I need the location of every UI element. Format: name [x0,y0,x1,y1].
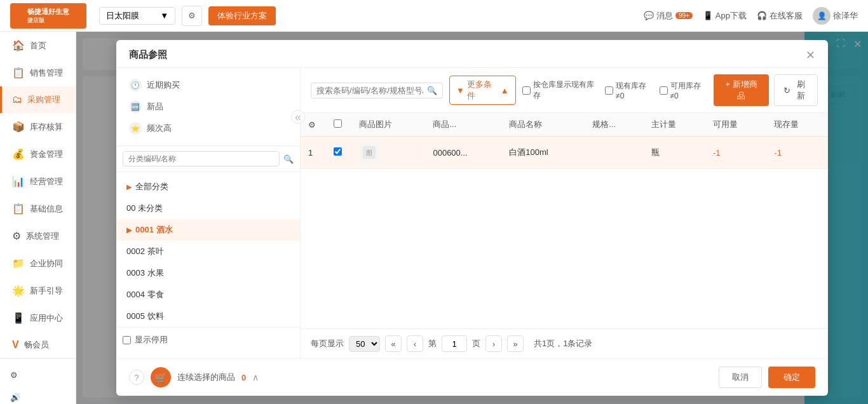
refresh-btn[interactable]: ↻ 刷新 [774,74,818,106]
warehouse-stock-checkbox[interactable] [522,86,531,95]
cat-item-all[interactable]: ▶ 全部分类 [116,176,300,198]
add-product-btn[interactable]: + 新增商品 [714,74,769,106]
sidebar-item-stock[interactable]: 📦 库存核算 [0,113,76,140]
current-stock-label: 现有库存≠0 [616,81,653,100]
cart-icon[interactable]: 🛒 [151,367,171,387]
first-page-btn[interactable]: « [385,335,402,352]
th-available: 可用量 [705,113,767,137]
content-area: 查询 设置 刷新 ✕ ⛶ 商品参照 ✕ [76,32,868,404]
sidebar-item-home[interactable]: 🏠 首页 [0,32,76,59]
sidebar-volume-btn[interactable]: 🔊 [0,386,76,404]
th-image: 商品图片 [351,113,425,137]
sidebar-item-label: 资金管理 [30,149,63,160]
quick-item-new[interactable]: 🆕 新品 [123,96,294,118]
collapse-up-icon[interactable]: ∧ [252,372,259,382]
sidebar-item-guide[interactable]: 🌟 新手引导 [0,277,76,304]
category-collapse-btn[interactable]: « [291,110,305,124]
sidebar-item-member[interactable]: V 畅会员 [0,332,76,358]
app-download-item[interactable]: 📱 App下载 [703,10,747,22]
current-stock-checkbox[interactable] [605,86,613,95]
user-profile[interactable]: 👤 徐泽华 [813,7,858,25]
experience-btn[interactable]: 体验行业方案 [208,6,276,25]
sidebar-item-label: 销售管理 [30,67,63,79]
per-page-select[interactable]: 50 [349,336,380,352]
product-search-input[interactable] [316,86,423,95]
select-all-checkbox[interactable] [334,119,342,128]
cat-item-0003[interactable]: 0003 水果 [116,262,300,284]
more-filter-btn[interactable]: ▼ 更多条件 ▲ [449,76,516,105]
quick-item-frequent[interactable]: ⭐ 频次高 [123,118,294,139]
message-item[interactable]: 💬 消息 99+ [644,10,693,22]
td-code: 000600... [425,137,501,169]
cat-item-0001[interactable]: ▶ 0001 酒水 [116,219,300,241]
footer-action-btns: 取消 确定 [719,367,815,388]
product-table: ⚙ 商品图片 商品... 商品名称 规格... [301,113,828,169]
sidebar-item-system[interactable]: ⚙ 系统管理 [0,222,76,250]
help-icon[interactable]: ? [129,370,144,385]
per-page-label: 每页显示 [311,338,344,349]
cat-item-0005[interactable]: 0005 饮料 [116,306,300,327]
home-icon: 🏠 [12,39,25,51]
sidebar-item-apps[interactable]: 📱 应用中心 [0,304,76,332]
new-icon: 🆕 [129,100,142,113]
sidebar-item-enterprise[interactable]: 📁 企业协同 [0,250,76,277]
apps-icon: 📱 [12,312,25,324]
available-stock-checkbox[interactable] [660,86,668,95]
quick-category-section: 🕐 近期购买 🆕 新品 ⭐ 频次高 [116,74,300,146]
cat-item-0002[interactable]: 0002 茶叶 [116,241,300,262]
guide-icon: 🌟 [12,285,25,297]
cat-0002-label: 0002 茶叶 [126,246,164,257]
store-selector[interactable]: 日太阳膜 ▼ [99,7,175,25]
sidebar-item-basic[interactable]: 📋 基础信息 [0,195,76,222]
prev-page-btn[interactable]: ‹ [407,335,423,352]
navbar: 畅捷通好生意 捷店版 日太阳膜 ▼ ⚙ 体验行业方案 💬 消息 99+ 📱 Ap… [0,0,868,32]
sidebar-item-finance[interactable]: 💰 资金管理 [0,140,76,168]
pagination: 每页显示 50 « ‹ 第 页 › » 共1页，1条记录 [301,328,828,358]
show-disabled-input[interactable] [123,336,131,344]
navbar-right: 💬 消息 99+ 📱 App下载 🎧 在线客服 👤 徐泽华 [644,7,858,25]
member-icon: V [12,339,19,351]
confirm-btn[interactable]: 确定 [768,367,815,388]
th-code: 商品... [425,113,501,137]
row-checkbox[interactable] [334,147,342,156]
next-page-btn[interactable]: › [485,335,502,352]
sidebar-settings-btn[interactable]: ⚙ [0,364,76,386]
quick-item-recent[interactable]: 🕐 近期购买 [123,74,294,96]
settings-button[interactable]: ⚙ [182,6,202,26]
product-thumbnail: 图 [359,142,379,163]
cat-item-00[interactable]: 00 未分类 [116,198,300,219]
modal-close-btn[interactable]: ✕ [806,50,815,61]
td-name: 白酒100ml [501,137,585,169]
last-page-btn[interactable]: » [507,335,524,352]
show-disabled-label: 显示停用 [135,334,168,346]
category-search-icon[interactable]: 🔍 [283,154,294,164]
cat-item-0004[interactable]: 0004 零食 [116,284,300,306]
sidebar-item-label: 新手引导 [30,285,63,297]
filter-chevron-icon: ▲ [501,86,509,95]
category-search-section: 🔍 [116,146,300,172]
td-row-num: 1 [301,137,326,169]
product-reference-modal: 商品参照 ✕ 🕐 近期购买 🆕 [116,40,828,396]
online-service-item[interactable]: 🎧 在线客服 [757,10,803,22]
checkbox-available-stock[interactable]: 可用库存≠0 [660,81,707,100]
category-search-input[interactable] [123,151,280,166]
cart-count: 0 [241,373,246,382]
sidebar-item-operations[interactable]: 📊 经营管理 [0,168,76,195]
frequent-icon: ⭐ [129,122,142,135]
sidebar-item-purchase[interactable]: 🗂 采购管理 [0,86,76,113]
product-search-icon[interactable]: 🔍 [427,86,437,95]
message-label: 消息 [656,10,673,22]
checkbox-current-stock[interactable]: 现有库存≠0 [605,81,653,100]
sidebar-item-label: 经营管理 [30,176,63,187]
cart-section: ? 🛒 连续选择的商品 0 ∧ [129,367,259,387]
product-search-wrap: 🔍 [311,83,443,98]
cat-arrow-0001-icon: ▶ [126,226,132,234]
sidebar-item-sales[interactable]: 📋 销售管理 [0,59,76,86]
volume-icon: 🔊 [10,393,20,402]
table-row[interactable]: 1 图 [301,137,828,169]
checkbox-warehouse-stock[interactable]: 按仓库显示现有库存 [522,79,599,101]
page-input[interactable] [442,335,467,352]
cancel-btn[interactable]: 取消 [719,367,762,388]
show-disabled-checkbox[interactable]: 显示停用 [123,334,294,346]
product-toolbar: 🔍 ▼ 更多条件 ▲ 按仓库显示现有库存 [301,68,828,113]
